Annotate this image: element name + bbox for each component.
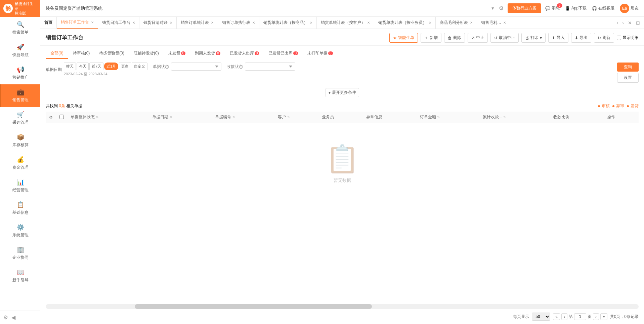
sidebar-item-enterprise[interactable]: 🏢企业协同 — [0, 242, 40, 265]
sidebar-item-inventory[interactable]: 📦库存核算 — [0, 129, 40, 152]
tab-sales-summary-product[interactable]: 销货单统计表（按商品）✕ — [259, 17, 317, 29]
tab-close-sales-summary-staff[interactable]: ✕ — [429, 21, 431, 25]
empty-text: 暂无数据 — [334, 177, 351, 184]
sidebar-item-quick-nav[interactable]: 🚀快捷导航 — [0, 39, 40, 62]
online-service-action[interactable]: 🎧 在线客服 — [592, 5, 614, 11]
page-input[interactable] — [574, 313, 586, 320]
tab-sales-order-workbench[interactable]: 销售订单工作台✕ — [57, 17, 98, 29]
first-page-btn[interactable]: « — [553, 313, 560, 320]
col-operation: 操作 — [604, 112, 639, 123]
page-size-select[interactable]: 102050100 — [532, 313, 550, 321]
page-actions: ★ 智能生单 ＋ 新增 🗑 删除 ⊘ 中止 ↺ 取消中止 — [389, 33, 639, 43]
set-btn[interactable]: 设置 — [617, 73, 639, 83]
filter-tab-pending-inspect[interactable]: 待拣货验货(0) — [94, 48, 129, 59]
date-btn-自定义[interactable]: 自定义 — [132, 63, 147, 70]
next-page-btn[interactable]: › — [593, 313, 599, 320]
show-detail-label[interactable]: 显示明细 — [617, 35, 639, 41]
tab-close-sales-summary-customer[interactable]: ✕ — [367, 21, 370, 25]
tab-gross-profit[interactable]: 商品毛利分析表✕ — [436, 17, 477, 29]
ship-action[interactable]: 发货 — [627, 103, 639, 109]
tab-close-sales-exec[interactable]: ✕ — [252, 21, 255, 25]
sidebar-item-business[interactable]: 📊经营管理 — [0, 174, 40, 197]
scrollbar-area[interactable] — [46, 304, 639, 309]
filter-tab-wangpu-pending[interactable]: 旺铺待发货(0) — [129, 48, 164, 59]
show-detail-checkbox[interactable] — [617, 36, 621, 40]
filter-tab-not-printed[interactable]: 未打印单据0 — [303, 48, 338, 59]
collection-label: 收款状态 — [227, 64, 243, 70]
filter-tab-all[interactable]: 全部(0) — [46, 48, 68, 59]
system-dropdown[interactable]: ▼ — [491, 6, 495, 11]
topbar-settings-icon[interactable]: ⚙ — [499, 5, 504, 11]
tab-sales-summary-customer[interactable]: 销货单统计表（按客户）✕ — [317, 17, 374, 29]
review-action[interactable]: 审核 — [598, 103, 610, 109]
expand-conditions-btn[interactable]: ▾ 展开更多条件 — [326, 88, 359, 97]
prev-page-btn[interactable]: ‹ — [561, 313, 567, 320]
user-action[interactable]: Ea 用友 — [620, 4, 639, 13]
tab-label-sales-exec: 销售订单执行表 — [222, 20, 250, 26]
stop-btn[interactable]: ⊘ 中止 — [468, 33, 488, 43]
col-customer: 客户 ⇅ — [274, 112, 318, 123]
date-btn-昨天[interactable]: 昨天 — [64, 63, 76, 70]
message-action[interactable]: 💬 消息 6 — [545, 5, 560, 11]
delete-btn[interactable]: 🗑 删除 — [444, 33, 465, 43]
tab-sales-profit[interactable]: 销售毛利…✕ — [477, 17, 510, 29]
tab-sales-stats[interactable]: 销售订单统计表✕ — [177, 17, 218, 29]
filter-tab-not-shipped[interactable]: 未发货0 — [164, 48, 190, 59]
filter-tab-shipped-not-out[interactable]: 已发货未出库0 — [225, 48, 264, 59]
date-btn-更多[interactable]: 更多 — [119, 63, 131, 70]
settings-button[interactable]: ⚙ — [3, 314, 8, 321]
sidebar-item-basic-info[interactable]: 📋基础信息 — [0, 197, 40, 219]
tab-close-cash-account[interactable]: ✕ — [170, 21, 172, 25]
tab-close-sales-summary-product[interactable]: ✕ — [310, 21, 312, 25]
sidebar-item-purchase[interactable]: 🛒采购管理 — [0, 107, 40, 129]
cancel-action[interactable]: 弃审 — [612, 103, 624, 109]
import-btn[interactable]: ⬆ 导入 — [548, 33, 568, 43]
tab-close-gross-profit[interactable]: ✕ — [470, 21, 473, 25]
industry-btn[interactable]: 体验行业方案 — [508, 3, 541, 13]
date-btn-近1月[interactable]: 近1月 — [104, 63, 118, 70]
export-btn[interactable]: ⬇ 导出 — [571, 33, 591, 43]
tab-sales-exec[interactable]: 销售订单执行表✕ — [218, 17, 259, 29]
tab-close-all-btn[interactable]: ✕ — [627, 19, 633, 26]
filter-tab-shipped-out[interactable]: 已发货已出库0 — [264, 48, 303, 59]
select-all-checkbox[interactable] — [59, 115, 64, 119]
tab-close-cash-daily[interactable]: ✕ — [132, 21, 135, 25]
tab-sales-summary-staff[interactable]: 销货单统计表（按业务员）✕ — [374, 17, 436, 29]
filter-tab-label-not-shipped: 未发货 — [168, 51, 180, 55]
tab-expand-btn[interactable]: ⊡ — [635, 19, 641, 26]
table-header-row: ⚙ 单据整体状态 ⇅ 单据日期 ⇅ 单据编号 ⇅ 客户 ⇅ 业务员 异常信息 订… — [46, 112, 639, 123]
status-select[interactable] — [171, 63, 221, 71]
refresh-btn[interactable]: ↻ 刷新 — [594, 33, 614, 43]
tab-cash-daily[interactable]: 钱货日清工作台✕ — [98, 17, 139, 29]
sidebar-item-search[interactable]: 🔍搜索菜单 — [0, 17, 40, 39]
tab-cash-account[interactable]: 钱货日清对账✕ — [139, 17, 177, 29]
results-count-value: 0条 — [59, 104, 65, 108]
sidebar-item-guide[interactable]: 📖新手引导 — [0, 265, 40, 287]
nav-icon-enterprise: 🏢 — [17, 246, 24, 253]
tab-home[interactable]: 首页 — [40, 17, 57, 29]
date-btn-近7天[interactable]: 近7天 — [89, 63, 103, 70]
collapse-button[interactable]: ◀ — [11, 314, 15, 321]
cancel-stop-btn[interactable]: ↺ 取消中止 — [490, 33, 519, 43]
filter-tab-overdue-not-shipped[interactable]: 到期未发货0 — [190, 48, 225, 59]
filter-tab-pending-review[interactable]: 待审核(0) — [68, 48, 95, 59]
date-btn-今天[interactable]: 今天 — [77, 63, 89, 70]
tab-next-btn[interactable]: › — [621, 19, 625, 26]
print-btn[interactable]: 🖨 打印 ▾ — [521, 33, 546, 43]
col-gear[interactable]: ⚙ — [46, 112, 56, 123]
sidebar-item-marketing[interactable]: 📢营销推广 — [0, 62, 40, 84]
sidebar-item-sales[interactable]: 💼销售管理 — [0, 84, 40, 107]
tab-close-sales-stats[interactable]: ✕ — [211, 21, 214, 25]
sidebar-item-finance[interactable]: 💰资金管理 — [0, 152, 40, 174]
collection-select[interactable] — [245, 63, 295, 71]
smart-create-btn[interactable]: ★ 智能生单 — [389, 33, 418, 43]
tab-prev-btn[interactable]: ‹ — [615, 19, 620, 26]
query-btn[interactable]: 查询 — [617, 63, 639, 72]
last-page-btn[interactable]: » — [600, 313, 607, 320]
tab-close-sales-profit[interactable]: ✕ — [503, 21, 506, 25]
scrollbar-thumb[interactable] — [135, 304, 372, 309]
tab-close-sales-order-workbench[interactable]: ✕ — [91, 21, 94, 24]
add-btn[interactable]: ＋ 新增 — [421, 33, 441, 43]
app-download-action[interactable]: 📱 App下载 — [565, 5, 587, 11]
sidebar-item-system[interactable]: ⚙️系统管理 — [0, 219, 40, 242]
